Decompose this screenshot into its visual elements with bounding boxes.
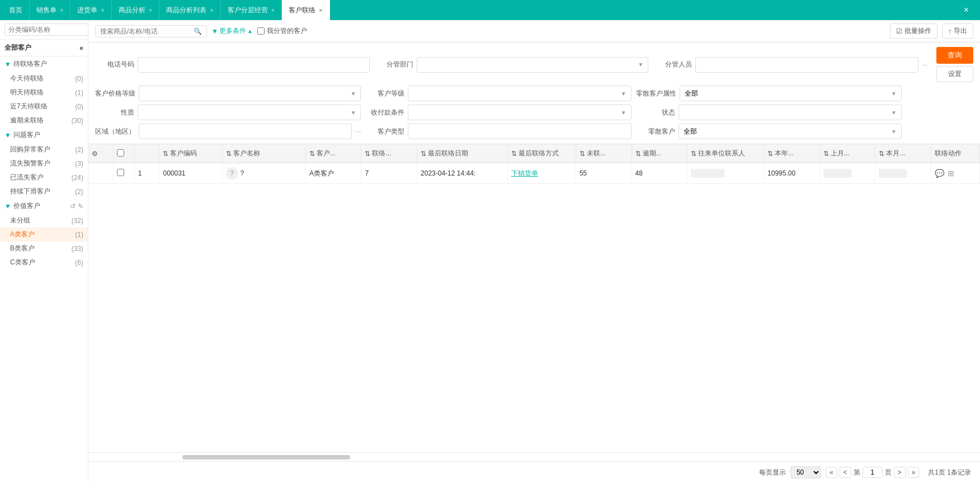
nav-product-analysis[interactable]: 商品分析 × [112,0,159,20]
sidebar-item-b-class[interactable]: B类客户 (33) [0,242,88,255]
th-last-contact-method[interactable]: ⇅ 最后联络方式 [507,144,576,163]
sidebar-group-pending[interactable]: ▼ 待联络客户 [0,56,88,72]
sidebar-item-today[interactable]: 今天待联络 (0) [0,72,88,86]
retail-attr-select[interactable]: 全部 ▼ [680,86,902,101]
phone-input[interactable] [138,57,370,73]
nav-home[interactable]: 首页 [4,0,30,20]
th-customer-type[interactable]: ⇅ 客户... [305,144,361,163]
price-level-arrow: ▼ [350,91,356,97]
filter-mine-checkbox[interactable] [257,27,265,35]
filter-icon: ▼ [211,27,218,35]
sidebar-collapse-icon[interactable]: « [79,44,83,52]
sidebar-item-c-class[interactable]: C类客户 (6) [0,255,88,269]
horizontal-scrollbar[interactable] [88,452,980,461]
row-method-link[interactable]: 下销货单 [511,169,538,177]
row-grid-icon[interactable]: ⊞ [948,169,954,178]
nav-customer-contact[interactable]: 客户联络 × [282,0,329,20]
settings-button[interactable]: 设置 [936,66,973,82]
retail-label: 零散客户 [636,127,675,136]
query-button[interactable]: 查询 [936,47,973,64]
region-input[interactable] [139,124,352,139]
th-gear[interactable]: ⚙ [88,144,114,163]
nav-product-list-close[interactable]: × [210,7,213,13]
th-this-month[interactable]: ⇅ 本月... [875,144,931,163]
th-overdue[interactable]: ⇅ 逾期... [632,144,687,163]
page-number-input[interactable] [863,467,883,478]
sidebar-all-customers[interactable]: 全部客户 « [0,40,88,56]
prev-page-button[interactable]: < [840,467,851,478]
sidebar-group-value[interactable]: ▼ 价值客户 ↺ ✎ [0,198,88,214]
sidebar: 🔍 全部客户 « ▼ 待联络客户 今天待联络 (0) 明天待联络 (1) 近7天… [0,20,88,483]
sidebar-item-7days[interactable]: 近7天待联络 (0) [0,100,88,113]
select-all-checkbox[interactable] [117,149,124,157]
filter-mine-checkbox-area[interactable]: 我分管的客户 [257,26,307,36]
batch-label: 批量操作 [904,26,931,36]
customer-type-input[interactable] [408,124,631,139]
filter-more-button[interactable]: ▼ 更多条件 ▲ [211,26,253,36]
retail-select[interactable]: 全部 ▼ [679,124,902,139]
data-table-container: ⚙ ⇅ 客户编码 [88,144,980,452]
first-page-button[interactable]: « [826,467,837,478]
filter-search-input[interactable] [100,27,194,35]
filter-search-icon[interactable]: 🔍 [194,27,202,35]
sidebar-item-repurchase-abnormal[interactable]: 回购异常客户 (2) [0,143,88,157]
price-level-select[interactable]: ▼ [139,86,361,101]
nav-customer-tier-close[interactable]: × [271,7,275,13]
filter-search-box[interactable]: 🔍 [95,25,207,37]
nav-purchase-close[interactable]: × [101,7,104,13]
c-class-count: (6) [75,259,83,267]
th-checkbox[interactable] [114,144,134,163]
sidebar-item-a-class[interactable]: A类客户 (1) [0,228,88,242]
sidebar-item-declining[interactable]: 持续下滑客户 (2) [0,184,88,198]
sidebar-item-ungrouped[interactable]: 未分组 (32) [0,214,88,228]
row-checkbox-cell[interactable] [114,163,134,184]
th-customer-name[interactable]: ⇅ 客户名称 [222,144,305,163]
nav-purchase[interactable]: 进货单 × [70,0,111,20]
row-method[interactable]: 下销货单 [507,163,576,184]
row-date: 2023-04-12 14:44: [417,163,508,184]
row-history [687,163,764,184]
export-button[interactable]: ↑ 导出 [942,23,973,39]
row-lastmonth [819,163,875,184]
nav-sales-close[interactable]: × [60,7,63,13]
value-group-edit-icon[interactable]: ✎ [78,202,83,210]
th-last-contact-date[interactable]: ⇅ 最后联络日期 [417,144,508,163]
next-page-button[interactable]: > [894,467,906,478]
payment-select[interactable]: ▼ [408,105,631,120]
filter-cell-phone: 电话号码 [95,57,370,73]
th-customer-code[interactable]: ⇅ 客户编码 [159,144,222,163]
nav-customer-contact-close[interactable]: × [319,7,322,13]
nature-select[interactable]: ▼ [138,105,361,120]
row-checkbox[interactable] [117,169,124,176]
region-dots[interactable]: ··· [355,127,361,135]
page-size-select[interactable]: 50 100 [790,466,821,479]
dept-select[interactable]: ▼ [417,57,649,73]
th-year-amount[interactable]: ⇅ 本年... [764,144,820,163]
sidebar-item-overdue[interactable]: 逾期未联络 (30) [0,113,88,127]
gear-icon[interactable]: ⚙ [92,150,98,158]
sidebar-item-churn-warning[interactable]: 流失预警客户 (3) [0,157,88,171]
scroll-thumb[interactable] [182,455,350,460]
person-input[interactable] [695,57,918,73]
last-page-button[interactable]: » [908,467,920,478]
payment-arrow: ▼ [621,110,626,116]
customer-level-select[interactable]: ▼ [408,86,631,101]
th-history-contact[interactable]: ⇅ 往来单位联系人 [687,144,764,163]
person-dots[interactable]: ··· [922,61,927,69]
sidebar-item-churned[interactable]: 已流失客户 (24) [0,171,88,184]
batch-operation-button[interactable]: ☑ 批量操作 [890,23,937,39]
global-close-button[interactable]: × [957,5,976,15]
sidebar-search-input[interactable] [4,23,88,36]
th-uncontact-days[interactable]: ⇅ 未联... [576,144,632,163]
sidebar-group-problem[interactable]: ▼ 问题客户 [0,127,88,143]
row-chat-icon[interactable]: 💬 [935,169,944,178]
nav-sales[interactable]: 销售单 × [30,0,70,20]
value-group-refresh-icon[interactable]: ↺ [70,202,76,210]
th-contact[interactable]: ⇅ 联络... [361,144,417,163]
sidebar-item-tomorrow[interactable]: 明天待联络 (1) [0,86,88,100]
nav-product-analysis-close[interactable]: × [149,7,152,13]
status-select[interactable]: ▼ [679,105,902,120]
nav-customer-tier[interactable]: 客户分层经营 × [221,0,282,20]
nav-product-list[interactable]: 商品分析列表 × [159,0,220,20]
th-last-month[interactable]: ⇅ 上月... [819,144,875,163]
